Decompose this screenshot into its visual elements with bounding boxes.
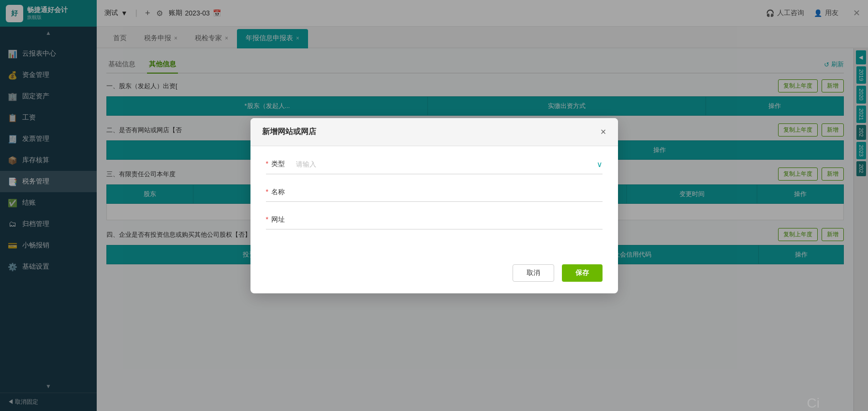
field-type-input[interactable] [296, 160, 597, 168]
required-star-name: * [266, 188, 268, 196]
field-url-label: * 网址 [266, 215, 290, 224]
required-star-url: * [266, 215, 268, 223]
field-name-text: 名称 [271, 188, 285, 196]
required-star: * [266, 160, 268, 167]
field-type-label: * 类型 [266, 160, 290, 168]
form-field-type: * 类型 ∨ [266, 160, 603, 174]
field-type-text: 类型 [271, 160, 285, 167]
field-type-dropdown[interactable]: ∨ [597, 160, 603, 169]
field-name-input[interactable] [296, 188, 603, 196]
field-url-text: 网址 [271, 215, 285, 223]
dialog-add-website: 新增网站或网店 × * 类型 ∨ * 名称 [250, 118, 618, 293]
modal-overlay[interactable]: 新增网站或网店 × * 类型 ∨ * 名称 [0, 0, 868, 411]
form-field-url: * 网址 [266, 215, 603, 229]
dialog-footer: 取消 保存 [250, 257, 618, 293]
field-url-input[interactable] [296, 216, 603, 224]
field-name-label: * 名称 [266, 188, 290, 197]
dialog-close-button[interactable]: × [601, 127, 606, 137]
save-button[interactable]: 保存 [562, 264, 603, 282]
cancel-button[interactable]: 取消 [513, 264, 554, 282]
dialog-title: 新增网站或网店 [262, 127, 316, 137]
dialog-body: * 类型 ∨ * 名称 * 网址 [250, 146, 618, 257]
form-field-name: * 名称 [266, 188, 603, 202]
dialog-header: 新增网站或网店 × [250, 118, 618, 146]
